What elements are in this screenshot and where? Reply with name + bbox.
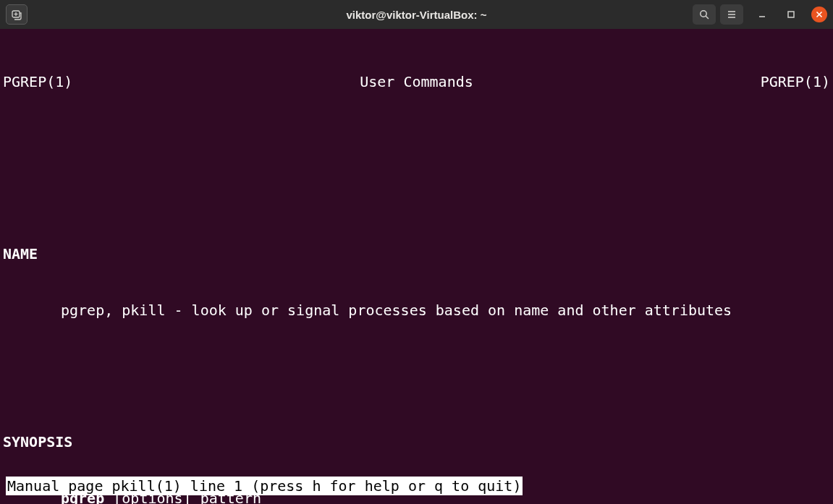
new-tab-icon [11,9,22,20]
terminal-content[interactable]: PGREP(1) User Commands PGREP(1) NAME pgr… [0,29,833,504]
search-icon [698,9,710,20]
search-button[interactable] [693,4,716,25]
man-body: NAME pgrep, pkill - look up or signal pr… [0,150,833,504]
section-name-text: pgrep, pkill - look up or signal process… [3,301,830,320]
minimize-icon [758,10,766,19]
hamburger-menu-button[interactable] [720,4,743,25]
man-header-center: User Commands [360,72,473,91]
minimize-button[interactable] [752,7,772,22]
man-header-left: PGREP(1) [3,72,72,91]
svg-rect-9 [788,12,794,17]
section-name-heading: NAME [3,244,830,263]
man-status-line: Manual page pkill(1) line 1 (press h for… [6,477,523,495]
maximize-button[interactable] [781,7,801,22]
close-icon [816,11,823,18]
new-tab-button[interactable] [6,4,28,25]
titlebar-right-cluster [693,4,827,25]
man-header-right: PGREP(1) [761,72,830,91]
section-synopsis-heading: SYNOPSIS [3,432,830,451]
window-title: viktor@viktor-VirtualBox: ~ [347,9,487,21]
svg-point-3 [701,11,706,17]
close-button[interactable] [811,7,827,22]
window-titlebar: viktor@viktor-VirtualBox: ~ [0,0,833,29]
svg-line-4 [706,16,709,19]
hamburger-icon [726,9,737,20]
maximize-icon [787,10,795,19]
man-header-line: PGREP(1) User Commands PGREP(1) [0,67,833,94]
